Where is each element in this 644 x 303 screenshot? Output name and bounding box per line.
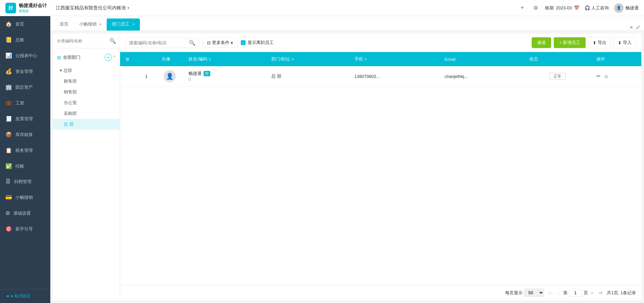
employee-table: ⚙ 头像 姓名/编码 ⇅ 部门/职位 ⇅ [120, 52, 641, 87]
user-area[interactable]: 👤 畅捷通 [614, 3, 639, 13]
dept-item-xiaoshou-label: 销售部 [64, 89, 77, 95]
cell-phone: 138070602... [349, 66, 439, 87]
sidebar-item-home[interactable]: 🏠 首页 [0, 16, 50, 32]
tab-expand-button[interactable]: ⤢ [636, 24, 640, 31]
tab-dept-employee[interactable]: 部门员工 × [107, 18, 140, 31]
base-settings-icon: ⚙ [5, 210, 10, 216]
dept-item-zongbu[interactable]: 总 部 [53, 119, 120, 130]
dept-edit-button[interactable]: ✏ [105, 54, 112, 61]
sidebar-item-fixed-assets[interactable]: 🏢 固定资产 [0, 79, 50, 95]
import-button[interactable]: ⬇ 导入 [613, 37, 636, 48]
sidebar-label-guide: 新手引导 [15, 226, 33, 232]
col-actions: 操作 [591, 52, 641, 66]
dept-item-xiaoshou[interactable]: 销售部 [53, 87, 120, 97]
export-label: 导出 [598, 40, 606, 46]
sidebar-item-tax[interactable]: 📋 税务管理 [0, 142, 50, 158]
page-size-area: 每页显示 10 20 50 100 [505, 289, 544, 297]
dept-item-caiwu[interactable]: 财务部 [53, 76, 120, 87]
chevron-down-icon: ▾ [127, 6, 129, 10]
main-layout: 🏠 首页 📒 总账 📊 云报表中心 💰 资金管理 🏢 固定资产 💼 工资 🧾 发… [0, 16, 644, 303]
col-phone[interactable]: 手机 ⇅ [349, 52, 439, 66]
person-icon: 👤 [166, 73, 173, 80]
sidebar: 🏠 首页 📒 总账 📊 云报表中心 💰 资金管理 🏢 固定资产 💼 工资 🧾 发… [0, 16, 50, 303]
tab-home[interactable]: 首页 [54, 18, 74, 31]
dept-item-bangong[interactable]: 办公室 [53, 97, 120, 108]
add-tab-button[interactable]: + [518, 4, 526, 12]
support-button[interactable]: 🎧 人工咨询 [585, 5, 609, 11]
logo-text: 畅捷通好会计 [19, 3, 47, 9]
top-actions: + ⚙ 账期 2023-03 📅 🎧 人工咨询 👤 畅捷通 [518, 3, 639, 13]
top-bar: 好 畅捷通好会计 旗舰版 江西服宝精品有限责任公司内账张 ▾ + ⚙ 账期 20… [0, 0, 644, 16]
support-label: 人工咨询 [591, 5, 609, 11]
company-name: 江西服宝精品有限责任公司内账张 [56, 5, 126, 11]
col-phone-sort-icon: ⇅ [364, 57, 367, 61]
avatar-icon: 👤 [616, 6, 621, 10]
calendar-icon[interactable]: 📅 [574, 5, 579, 10]
closing-icon: ✅ [5, 163, 12, 169]
sidebar-item-settings[interactable]: ⚙ 基础设置 [0, 205, 50, 221]
cell-name-code: 畅捷通 部 0 [183, 66, 266, 87]
funds-icon: 💰 [5, 68, 12, 75]
logout-employee-button[interactable]: ⎋ [605, 74, 608, 79]
table-header-row: ⚙ 头像 姓名/编码 ⇅ 部门/职位 ⇅ [120, 52, 641, 66]
edit-employee-button[interactable]: ✏ [596, 73, 601, 79]
tab-xiaochang-close[interactable]: × [99, 22, 101, 26]
sidebar-item-invoice[interactable]: 🧾 发票管理 [0, 111, 50, 127]
sidebar-item-closing[interactable]: ✅ 结账 [0, 158, 50, 174]
dept-head-label: 总部 [63, 68, 72, 73]
row-index: 1 [145, 74, 147, 79]
dept-search-icon[interactable]: 🔍 [109, 38, 116, 44]
employee-code: 0 [189, 77, 261, 82]
search-icon[interactable]: 🔍 [189, 40, 196, 46]
sidebar-item-salary[interactable]: 💼 工资 [0, 95, 50, 111]
add-employee-button[interactable]: + 新增员工 [554, 37, 586, 48]
sidebar-item-funds[interactable]: 💰 资金管理 [0, 63, 50, 79]
col-phone-label: 手机 [355, 56, 363, 61]
col-dept-position[interactable]: 部门/职位 ⇅ [266, 52, 349, 66]
dept-item-caigou[interactable]: 采购部 [53, 108, 120, 119]
cell-status: 正常 [524, 66, 591, 87]
employee-avatar: 👤 [164, 70, 176, 82]
sidebar-item-inventory[interactable]: 📦 库存核算 [0, 127, 50, 142]
account-period: 账期 2023-03 📅 [545, 5, 579, 11]
dept-root-all[interactable]: ⊞ 全部部门 ✏ « [53, 51, 120, 64]
dept-search-input[interactable] [57, 39, 107, 43]
employee-panel: 🔍 ⊟ 更多条件 ▾ ✓ 显示离职员工 邀请 + 新增员工 [120, 34, 641, 300]
logo-area: 好 畅捷通好会计 旗舰版 [5, 3, 56, 13]
col-index [136, 52, 156, 66]
tab-xiaochang[interactable]: 小畅报销 × [74, 18, 107, 31]
last-page-button[interactable]: ⊣ [596, 290, 604, 296]
dept-collapse-button[interactable]: « [113, 54, 116, 61]
table-body: 1 👤 [120, 66, 641, 87]
col-name-code[interactable]: 姓名/编码 ⇅ [183, 52, 266, 66]
sidebar-item-archive[interactable]: 🗄 归档管理 [0, 174, 50, 189]
page-size-select[interactable]: 10 20 50 100 [524, 289, 544, 297]
tab-dept-employee-close[interactable]: × [132, 22, 134, 26]
filter-button[interactable]: ⊟ 更多条件 ▾ [203, 38, 237, 48]
export-button[interactable]: ⬆ 导出 [588, 37, 611, 48]
show-resigned-toggle[interactable]: ✓ 显示离职员工 [241, 40, 274, 46]
first-page-button[interactable]: ⊢ [547, 290, 555, 296]
company-dropdown[interactable]: 江西服宝精品有限责任公司内账张 ▾ [56, 5, 129, 11]
next-page-button[interactable]: › [589, 290, 595, 296]
export-icon: ⬆ [593, 40, 596, 45]
search-input[interactable] [129, 40, 187, 45]
reports-icon: 📊 [5, 52, 12, 59]
settings-button[interactable]: ⚙ [532, 4, 540, 12]
tab-close-all-button[interactable]: × [630, 25, 633, 31]
prev-page-button[interactable]: ‹ [556, 290, 562, 296]
sidebar-item-ledger[interactable]: 📒 总账 [0, 32, 50, 48]
sidebar-item-reports[interactable]: 📊 云报表中心 [0, 48, 50, 63]
dept-head-row[interactable]: ▾ 总部 [53, 65, 120, 76]
sidebar-item-guide[interactable]: 🎯 新手引导 [0, 221, 50, 237]
period-label: 账期 [545, 5, 554, 11]
dept-item-bangong-label: 办公室 [64, 100, 77, 106]
employee-dept: 总 部 [271, 74, 281, 79]
col-settings[interactable]: ⚙ [120, 52, 136, 66]
page-input[interactable] [569, 289, 582, 297]
headset-icon: 🎧 [585, 5, 590, 10]
username: 畅捷通 [626, 5, 639, 11]
invite-button[interactable]: 邀请 [532, 37, 551, 48]
cancel-fixed-button[interactable]: ◄◄ 取消固定 [0, 289, 50, 303]
sidebar-item-expense[interactable]: 💳 小畅报销 [0, 189, 50, 205]
